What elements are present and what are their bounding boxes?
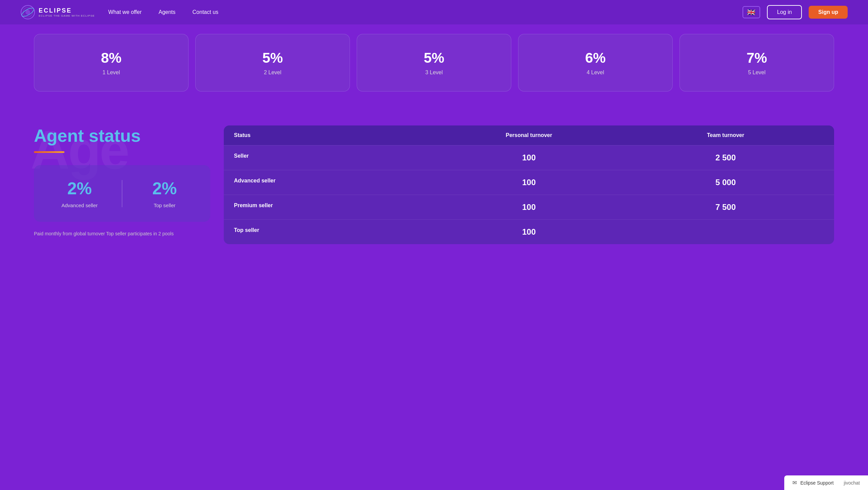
level-label-4: 4 Level	[587, 70, 604, 76]
level-cards-row: 8% 1 Level 5% 2 Level 5% 3 Level 6% 4 Le…	[34, 34, 834, 92]
nav-links: What we offer Agents Contact us	[108, 9, 218, 15]
level-percent-5: 7%	[747, 50, 767, 66]
agent-status-section: Age Agent status 2% Advanced seller 2% T…	[0, 105, 868, 258]
row-status-1: Seller	[234, 153, 431, 162]
email-icon: ✉	[792, 479, 797, 486]
level-label-2: 2 Level	[264, 70, 281, 76]
navbar-left: ECLIPSE ECLIPSE THE GAME WITH ECLIPSE Wh…	[20, 5, 218, 20]
login-button[interactable]: Log in	[767, 5, 802, 19]
orange-line	[34, 151, 64, 153]
agent-status-right: Status Personal turnover Team turnover S…	[224, 125, 834, 244]
advanced-seller-percent: 2% Advanced seller	[51, 179, 108, 208]
navbar-right: 🇬🇧 Log in Sign up	[743, 5, 848, 19]
row-team-2: 5 000	[627, 178, 824, 187]
signup-button[interactable]: Sign up	[809, 6, 848, 19]
nav-item-contact-us[interactable]: Contact us	[193, 9, 218, 15]
table-row: Premium seller 100 7 500	[224, 195, 834, 219]
level-card-4: 6% 4 Level	[518, 34, 673, 92]
row-status-4: Top seller	[234, 227, 431, 237]
logo-title: ECLIPSE	[39, 7, 95, 14]
main-content: 8% 1 Level 5% 2 Level 5% 3 Level 6% 4 Le…	[0, 0, 868, 258]
col-status: Status	[234, 132, 431, 138]
row-personal-1: 100	[431, 153, 627, 162]
support-label: Eclipse Support	[800, 480, 833, 486]
level-card-5: 7% 5 Level	[679, 34, 834, 92]
language-button[interactable]: 🇬🇧	[743, 6, 760, 18]
row-team-3: 7 500	[627, 202, 824, 212]
level-card-3: 5% 3 Level	[357, 34, 511, 92]
logo-subtitle: ECLIPSE THE GAME WITH ECLIPSE	[39, 14, 95, 17]
level-percent-4: 6%	[585, 50, 606, 66]
row-personal-4: 100	[431, 227, 627, 237]
status-table-header: Status Personal turnover Team turnover	[224, 125, 834, 145]
row-status-3: Premium seller	[234, 202, 431, 212]
row-personal-2: 100	[431, 178, 627, 187]
row-team-4	[627, 227, 824, 237]
row-team-1: 2 500	[627, 153, 824, 162]
level-label-1: 1 Level	[102, 70, 120, 76]
nav-item-agents[interactable]: Agents	[159, 9, 176, 15]
pool-description: Paid monthly from global turnover Top se…	[34, 230, 210, 237]
level-percent-1: 8%	[101, 50, 122, 66]
col-personal: Personal turnover	[431, 132, 627, 138]
chat-label: jivochat	[844, 480, 860, 486]
vertical-divider	[122, 180, 122, 207]
status-table: Status Personal turnover Team turnover S…	[224, 125, 834, 244]
table-row: Top seller 100	[224, 219, 834, 244]
table-row: Seller 100 2 500	[224, 145, 834, 170]
level-card-2: 5% 2 Level	[195, 34, 350, 92]
level-label-5: 5 Level	[748, 70, 766, 76]
agent-status-left: Age Agent status 2% Advanced seller 2% T…	[34, 125, 210, 237]
row-status-2: Advanced seller	[234, 178, 431, 187]
level-cards-section: 8% 1 Level 5% 2 Level 5% 3 Level 6% 4 Le…	[0, 27, 868, 105]
level-percent-2: 5%	[262, 50, 283, 66]
logo-icon	[20, 5, 35, 20]
level-label-3: 3 Level	[425, 70, 443, 76]
row-personal-3: 100	[431, 202, 627, 212]
support-bar[interactable]: ✉ Eclipse Support jivochat	[784, 475, 868, 490]
nav-item-what-we-offer[interactable]: What we offer	[108, 9, 141, 15]
col-team: Team turnover	[627, 132, 824, 138]
top-seller-percent: 2% Top seller	[136, 179, 193, 208]
flag-icon: 🇬🇧	[747, 8, 755, 16]
status-table-body: Seller 100 2 500 Advanced seller 100 5 0…	[224, 145, 834, 244]
level-card-1: 8% 1 Level	[34, 34, 189, 92]
svg-point-2	[25, 10, 30, 15]
agent-status-title: Agent status	[34, 125, 210, 146]
level-percent-3: 5%	[424, 50, 445, 66]
logo-text: ECLIPSE ECLIPSE THE GAME WITH ECLIPSE	[39, 7, 95, 17]
navbar: ECLIPSE ECLIPSE THE GAME WITH ECLIPSE Wh…	[0, 0, 868, 24]
agent-percentages-card: 2% Advanced seller 2% Top seller	[34, 165, 210, 222]
table-row: Advanced seller 100 5 000	[224, 170, 834, 195]
logo[interactable]: ECLIPSE ECLIPSE THE GAME WITH ECLIPSE	[20, 5, 95, 20]
